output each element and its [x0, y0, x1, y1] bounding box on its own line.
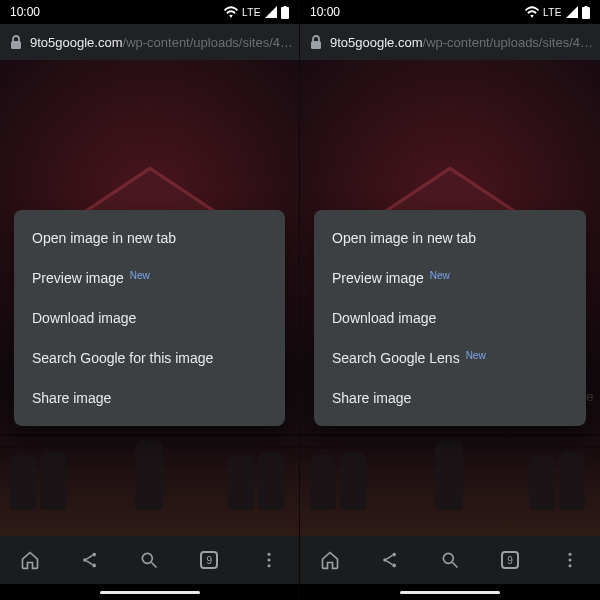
chrome-bottom-toolbar: 9: [300, 536, 600, 584]
url-path: /wp-content/uploads/sites/4…: [123, 35, 294, 50]
tab-count: 9: [200, 551, 218, 569]
home-button[interactable]: [10, 540, 50, 580]
lock-icon: [10, 35, 22, 49]
svg-rect-1: [284, 6, 287, 8]
wifi-icon: [525, 6, 539, 18]
menu-preview-image[interactable]: Preview imageNew: [14, 258, 285, 298]
new-badge: New: [130, 270, 150, 281]
wifi-icon: [224, 6, 238, 18]
svg-point-11: [268, 564, 271, 567]
svg-line-20: [453, 563, 458, 568]
gesture-pill[interactable]: [100, 591, 200, 594]
lock-icon: [310, 35, 322, 49]
new-badge: New: [430, 270, 450, 281]
search-button[interactable]: [430, 540, 470, 580]
status-time: 10:00: [10, 5, 40, 19]
menu-open-new-tab[interactable]: Open image in new tab: [314, 218, 586, 258]
status-bar: 10:00 LTE: [0, 0, 299, 24]
menu-open-new-tab[interactable]: Open image in new tab: [14, 218, 285, 258]
svg-point-7: [143, 553, 153, 563]
menu-preview-image[interactable]: Preview imageNew: [314, 258, 586, 298]
chrome-bottom-toolbar: 9: [0, 536, 299, 584]
network-label: LTE: [242, 7, 261, 18]
menu-download-image[interactable]: Download image: [14, 298, 285, 338]
menu-item-label: Download image: [32, 310, 136, 326]
url-bar[interactable]: 9to5google.com/wp-content/uploads/sites/…: [300, 24, 600, 60]
url-domain: 9to5google.com: [30, 35, 123, 50]
battery-icon: [281, 6, 289, 19]
svg-point-23: [569, 564, 572, 567]
overflow-menu-button[interactable]: [249, 540, 289, 580]
url-bar[interactable]: 9to5google.com/wp-content/uploads/sites/…: [0, 24, 299, 60]
page-content: Open image in new tab Preview imageNew D…: [0, 60, 299, 536]
share-button[interactable]: [70, 540, 110, 580]
phone-right: 10:00 LTE 9to5google.com/wp-content/uplo…: [300, 0, 600, 600]
gesture-bar: [300, 584, 600, 600]
url-path: /wp-content/uploads/sites/4…: [423, 35, 594, 50]
svg-point-22: [569, 559, 572, 562]
svg-line-8: [152, 563, 157, 568]
menu-download-image[interactable]: Download image: [314, 298, 586, 338]
menu-search-google-lens[interactable]: Search Google LensNew: [314, 338, 586, 378]
phone-left: 10:00 LTE 9to5google.com/wp-content/uplo…: [0, 0, 300, 600]
svg-rect-0: [281, 7, 289, 19]
svg-point-17: [392, 553, 396, 557]
new-badge: New: [466, 350, 486, 361]
battery-icon: [582, 6, 590, 19]
context-menu: Open image in new tab Preview imageNew D…: [314, 210, 586, 426]
url-domain: 9to5google.com: [330, 35, 423, 50]
context-menu: Open image in new tab Preview imageNew D…: [14, 210, 285, 426]
svg-rect-14: [311, 41, 321, 49]
svg-point-18: [392, 564, 396, 568]
svg-point-9: [268, 553, 271, 556]
svg-rect-2: [11, 41, 21, 49]
overflow-menu-button[interactable]: [550, 540, 590, 580]
menu-item-label: Open image in new tab: [32, 230, 176, 246]
menu-item-label: Open image in new tab: [332, 230, 476, 246]
menu-item-label: Download image: [332, 310, 436, 326]
menu-share-image[interactable]: Share image: [314, 378, 586, 418]
side-by-side: 10:00 LTE 9to5google.com/wp-content/uplo…: [0, 0, 600, 600]
menu-item-label: Preview image: [332, 270, 424, 286]
svg-point-19: [443, 553, 453, 563]
status-time: 10:00: [310, 5, 340, 19]
gesture-bar: [0, 584, 299, 600]
tabs-button[interactable]: 9: [189, 540, 229, 580]
status-bar: 10:00 LTE: [300, 0, 600, 24]
signal-icon: [265, 6, 277, 18]
network-label: LTE: [543, 7, 562, 18]
svg-rect-13: [585, 6, 588, 8]
search-button[interactable]: [129, 540, 169, 580]
signal-icon: [566, 6, 578, 18]
menu-search-google-image[interactable]: Search Google for this image: [14, 338, 285, 378]
tabs-button[interactable]: 9: [490, 540, 530, 580]
menu-item-label: Preview image: [32, 270, 124, 286]
svg-point-10: [268, 559, 271, 562]
page-content: 9TO5Google Open image in new tab Preview…: [300, 60, 600, 536]
share-button[interactable]: [370, 540, 410, 580]
svg-point-5: [92, 553, 96, 557]
menu-item-label: Share image: [332, 390, 411, 406]
menu-item-label: Search Google Lens: [332, 350, 460, 366]
menu-item-label: Search Google for this image: [32, 350, 213, 366]
menu-item-label: Share image: [32, 390, 111, 406]
svg-rect-12: [582, 7, 590, 19]
tab-count: 9: [501, 551, 519, 569]
svg-point-21: [569, 553, 572, 556]
gesture-pill[interactable]: [400, 591, 500, 594]
svg-point-6: [92, 564, 96, 568]
menu-share-image[interactable]: Share image: [14, 378, 285, 418]
home-button[interactable]: [310, 540, 350, 580]
